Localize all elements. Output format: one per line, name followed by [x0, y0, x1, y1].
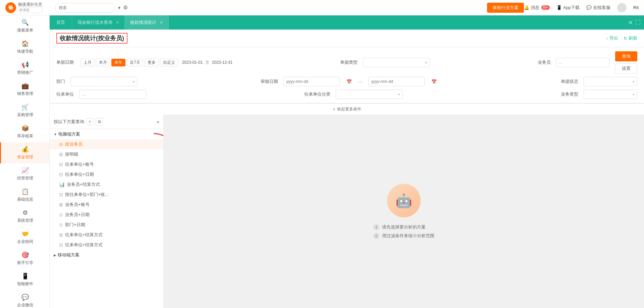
- sidebar-item-collab[interactable]: 🤝 企业协同: [0, 227, 49, 248]
- sidebar-item-sales[interactable]: 💼 销售管理: [0, 79, 49, 100]
- review-date-from[interactable]: [283, 77, 340, 86]
- search-icon: 🔍: [21, 19, 29, 26]
- date-input-group: 2023-01-01 至 2023-12-31: [182, 60, 233, 65]
- date-from-value: 2023-01-01: [182, 60, 203, 65]
- edition-badge: 标准版: [18, 7, 42, 13]
- header-dropdown-btn[interactable]: ▾: [118, 5, 120, 10]
- sidebar-item-finance[interactable]: 💰 资金管理: [0, 142, 49, 163]
- logo-text: 畅捷通好生意: [18, 2, 42, 7]
- sidebar-label-finance: 资金管理: [17, 154, 33, 160]
- salesman-dropdown[interactable]: ...: [556, 58, 610, 67]
- doc-type-chevron: ▾: [425, 61, 427, 64]
- add-scheme-btn[interactable]: +: [86, 118, 94, 125]
- tab-receipts[interactable]: 收款情况统计 ✕: [125, 15, 169, 30]
- sidebar-item-search[interactable]: 🔍 搜索菜单: [0, 15, 49, 37]
- sidebar-item-nav[interactable]: 🏠 快捷导航: [0, 37, 49, 58]
- sidebar-item-basic-info[interactable]: 📋 基础信息: [0, 185, 49, 206]
- partner-dropdown[interactable]: ...: [79, 90, 146, 99]
- panel-collapse-btn[interactable]: «: [157, 119, 159, 124]
- tab-home[interactable]: 首页: [50, 15, 72, 30]
- settings-btn[interactable]: 设置: [615, 63, 637, 73]
- desktop-group-header[interactable]: ▼ 电脑端方案: [50, 129, 163, 139]
- user-avatar[interactable]: [617, 3, 627, 12]
- scheme-item-partner-account[interactable]: ⊟ 往来单位+账号: [50, 159, 163, 169]
- date-quick-custom[interactable]: 自定义: [160, 59, 178, 66]
- sidebar-label-search: 搜索菜单: [17, 28, 33, 33]
- page-actions: ↑ 导出 ↻ 刷新: [606, 35, 638, 41]
- scheme-item-partner-dept[interactable]: ⊟ 按往来单位+部门+收...: [50, 190, 163, 200]
- messages-btn[interactable]: 🔔 消息 99+: [524, 5, 550, 11]
- scheme-item-partner-payment2[interactable]: ⊟ 往来单位+结算方式: [50, 240, 163, 250]
- partner-category-dropdown[interactable]: ▾: [336, 90, 403, 99]
- tab-bank-flow[interactable]: 现金银行流水查询 ✕: [72, 15, 125, 30]
- tab-bank-flow-close[interactable]: ✕: [116, 20, 119, 25]
- sidebar-item-guide[interactable]: 🎯 新手引导: [0, 248, 49, 269]
- scheme-item-dept-date[interactable]: ⊙ 部门+日期: [50, 220, 163, 230]
- sidebar-item-marketing[interactable]: 📢 营销推广: [0, 58, 49, 79]
- scheme-item-salesman[interactable]: ⊙ 按业务员: [50, 139, 163, 149]
- header-search-input[interactable]: [55, 3, 115, 12]
- date-quick-more[interactable]: 更多: [145, 59, 159, 66]
- collapse-bar[interactable]: ∧ 收起更多条件: [50, 103, 644, 115]
- empty-icon: 🤖: [387, 184, 421, 217]
- header-gear-icon[interactable]: ⚙: [123, 4, 128, 11]
- sidebar-item-hardware[interactable]: 📱 智能硬件: [0, 269, 49, 290]
- sidebar-item-purchase[interactable]: 🛒 采购管理: [0, 100, 49, 121]
- date-quick-this-year[interactable]: 本年: [111, 59, 125, 66]
- scheme-item-icon-2: ⊟: [59, 162, 63, 167]
- scheme-item-salesman-account[interactable]: ⊠ 业务员+账号: [50, 200, 163, 210]
- operations-icon: 📈: [21, 167, 29, 174]
- scheme-item-detail[interactable]: ⊞ 按明细: [50, 149, 163, 159]
- date-quick-this-month[interactable]: 本月: [96, 59, 110, 66]
- sidebar-item-inventory[interactable]: 📦 库存核算: [0, 121, 49, 142]
- scheme-settings-btn[interactable]: ⚙: [96, 118, 103, 125]
- sidebar-item-system[interactable]: ⚙ 系统管理: [0, 206, 49, 227]
- scheme-item-label-0: 按业务员: [65, 141, 83, 147]
- mobile-group-header[interactable]: ▶ 移动端方案: [50, 250, 163, 260]
- app-download-btn[interactable]: 📱 App下载: [556, 5, 580, 11]
- biz-type-dropdown[interactable]: ▾: [584, 90, 637, 99]
- review-date-cal-icon1: 📅: [346, 79, 352, 84]
- dept-dropdown[interactable]: ▾: [70, 77, 138, 86]
- trial-btn[interactable]: 体验行业方案: [487, 3, 524, 13]
- tab-maximize-icon[interactable]: ⛶: [635, 19, 641, 25]
- scheme-item-icon-7: ⊙: [59, 212, 63, 217]
- sidebar-label-basic-info: 基础信息: [17, 197, 33, 202]
- partner-category-chevron: ▾: [398, 93, 400, 96]
- scheme-item-salesman-payment[interactable]: 📊 业务员+结算方式: [50, 179, 163, 190]
- basic-info-icon: 📋: [21, 188, 29, 195]
- logo-area: 畅 畅捷通好生意 标准版: [5, 2, 55, 13]
- filter-actions: 查询 设置: [615, 51, 637, 73]
- sidebar-label-wechat: 企业微信: [17, 302, 33, 308]
- doc-type-label: 单据类型: [340, 59, 358, 65]
- doc-type-dropdown[interactable]: ▾: [363, 58, 430, 67]
- doc-status-dropdown[interactable]: ▾: [584, 77, 637, 86]
- scheme-item-icon-1: ⊞: [59, 152, 63, 157]
- refresh-btn[interactable]: ↻ 刷新: [624, 35, 637, 41]
- date-quick-7days[interactable]: 近7天: [127, 59, 143, 66]
- review-date-to[interactable]: [368, 77, 425, 86]
- export-btn[interactable]: ↑ 导出: [606, 35, 619, 41]
- empty-tips: 1 请先选择要分析的方案 2 用过滤条件来缩小分析范围: [373, 224, 434, 239]
- date-quick-last-month[interactable]: 上月: [80, 59, 95, 66]
- date-to-value: 2023-12-31: [212, 60, 232, 65]
- scheme-item-partner-date[interactable]: ⊟ 往来单位+日期: [50, 169, 163, 179]
- scheme-item-partner-payment1[interactable]: ⊞ 往来单位+结算方式: [50, 230, 163, 240]
- salesman-label: 业务员: [538, 59, 551, 65]
- guide-icon: 🎯: [21, 251, 29, 259]
- tab-receipts-close[interactable]: ✕: [160, 20, 163, 25]
- left-panel-header: 按以下方案查询 + ⚙ «: [50, 115, 163, 129]
- salesman-more-btn: ...: [559, 60, 562, 65]
- scheme-item-label-1: 按明细: [65, 151, 78, 157]
- online-service-btn[interactable]: 💬 在线客服: [586, 5, 610, 11]
- header-search-area: ▾ ⚙: [55, 3, 487, 12]
- query-btn[interactable]: 查询: [615, 51, 637, 61]
- sidebar-item-wechat[interactable]: 💬 企业微信: [0, 290, 49, 308]
- filter-row-1: 单据日期 上月 本月 本年 近7天 更多 自定义 2023-01-01 至 20…: [56, 51, 637, 73]
- scheme-item-salesman-date[interactable]: ⊙ 业务员+日期: [50, 210, 163, 220]
- page-header: 收款情况统计(按业务员) ↑ 导出 ↻ 刷新: [50, 30, 644, 47]
- sidebar-label-guide: 新手引导: [17, 260, 33, 266]
- date-type-label: 单据日期: [56, 59, 74, 65]
- tab-close-all-icon[interactable]: ✕: [628, 19, 633, 26]
- sidebar-item-operations[interactable]: 📈 经营管理: [0, 163, 49, 185]
